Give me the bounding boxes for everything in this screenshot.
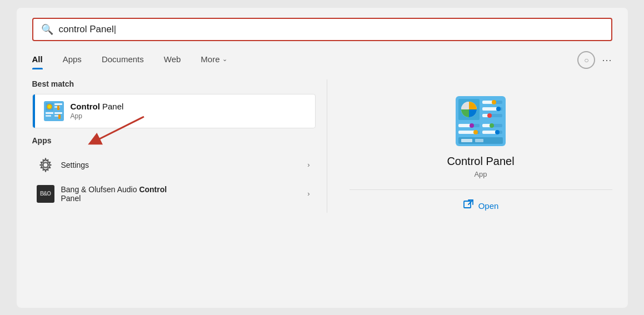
open-label: Open [478, 201, 499, 211]
control-panel-large-icon [456, 96, 506, 146]
settings-list-item[interactable]: Settings › [32, 151, 316, 179]
external-link-icon [463, 199, 474, 210]
apps-section-label: Apps [32, 136, 316, 145]
bo-audio-list-item[interactable]: B&O Bang & Olufsen Audio ControlPanel › [32, 179, 316, 208]
svg-point-38 [495, 130, 500, 134]
content-area: Best match [32, 79, 612, 213]
bo-chevron-icon: › [307, 189, 309, 198]
bo-label: Bang & Olufsen Audio ControlPanel [61, 185, 167, 203]
svg-rect-7 [46, 115, 51, 117]
svg-point-32 [473, 130, 478, 134]
tabs-row: All Apps Documents Web More ⌄ ○ ··· [32, 51, 612, 69]
svg-rect-42 [464, 201, 471, 208]
search-icon: 🔍 [41, 23, 53, 36]
tab-all[interactable]: All [32, 51, 53, 69]
tab-more[interactable]: More ⌄ [191, 51, 237, 69]
svg-rect-8 [54, 112, 62, 114]
bo-icon-container: B&O [37, 185, 54, 203]
tab-apps[interactable]: Apps [53, 51, 92, 69]
svg-rect-6 [46, 112, 53, 114]
svg-rect-4 [54, 103, 62, 105]
right-panel: Control Panel App Open [327, 79, 612, 213]
svg-point-14 [43, 162, 48, 167]
settings-chevron-icon: › [307, 161, 309, 169]
svg-point-3 [48, 105, 51, 108]
best-match-subtitle: App [71, 112, 124, 120]
svg-rect-11 [58, 114, 61, 119]
tabs-right-actions: ○ ··· [577, 51, 612, 69]
svg-point-20 [492, 100, 496, 104]
search-window: 🔍 control Panel| All Apps Documents Web … [17, 8, 628, 308]
gear-icon [38, 157, 53, 173]
best-match-text: Control Panel App [71, 102, 124, 120]
search-input[interactable]: control Panel| [59, 24, 117, 35]
bo-brand-icon: B&O [37, 185, 54, 203]
selection-indicator [33, 94, 35, 128]
open-external-icon [463, 199, 474, 213]
open-button[interactable]: Open [463, 199, 499, 213]
more-options-button[interactable]: ··· [602, 54, 612, 66]
settings-icon-container [37, 156, 54, 174]
search-bar-container: 🔍 control Panel| [32, 18, 612, 41]
svg-point-29 [470, 123, 474, 128]
best-match-item[interactable]: Control Panel App [32, 94, 316, 128]
svg-rect-41 [475, 139, 483, 142]
svg-point-26 [487, 113, 492, 118]
svg-point-35 [490, 123, 494, 128]
control-panel-small-icon [44, 101, 64, 121]
chevron-down-icon: ⌄ [222, 56, 227, 63]
cortana-button[interactable]: ○ [577, 51, 595, 69]
right-panel-title: Control Panel [447, 155, 514, 168]
best-match-label: Best match [32, 79, 316, 88]
right-panel-subtitle: App [474, 170, 487, 178]
settings-label: Settings [61, 161, 89, 169]
left-panel: Best match [32, 79, 327, 213]
svg-rect-10 [57, 106, 59, 110]
svg-point-23 [496, 107, 501, 111]
tab-documents[interactable]: Documents [92, 51, 154, 69]
tab-web[interactable]: Web [154, 51, 191, 69]
cortana-icon: ○ [584, 56, 588, 64]
best-match-title: Control Panel [71, 102, 124, 111]
svg-rect-40 [461, 139, 472, 142]
divider [350, 189, 612, 190]
